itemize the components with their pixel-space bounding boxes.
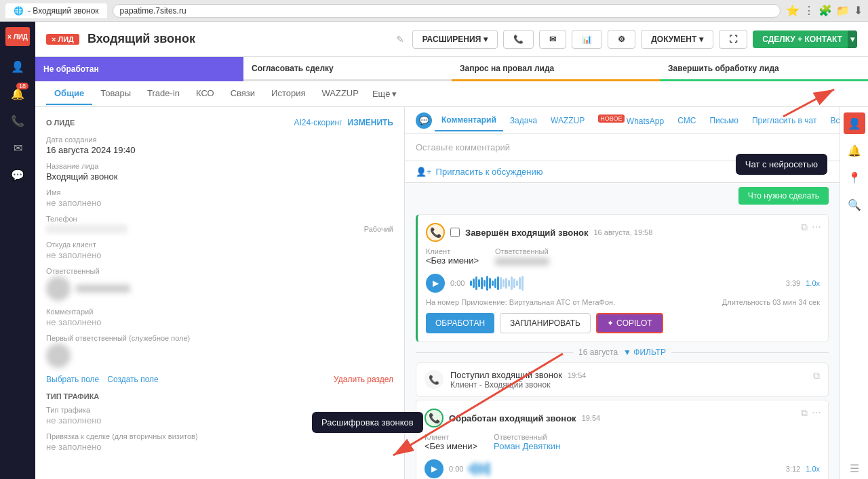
name-value: не заполнено <box>46 198 393 208</box>
more-icon-2[interactable]: ⋯ <box>812 407 821 419</box>
phone-type: Рабочий <box>364 225 393 233</box>
select-field-link[interactable]: Выбрать поле <box>46 375 99 384</box>
dropdown-icon: ▾ <box>699 35 703 44</box>
sidebar-icon-bell[interactable]: 🔔 18 <box>5 81 30 106</box>
sidebar-icon-person[interactable]: 👤 <box>5 54 30 79</box>
call-responsible: Ответственный <box>495 247 549 266</box>
rs-icon-menu[interactable]: ☰ <box>844 457 865 479</box>
call2-client-label: Клиент <box>425 433 477 441</box>
copilot-button[interactable]: ✦ COPILOT <box>596 313 663 333</box>
responsible-name <box>76 285 130 293</box>
sidebar-icon-phone[interactable]: 📞 <box>5 108 30 133</box>
main-content: × ЛИД Входящий звонок ✎ РАСШИРЕНИЯ ▾ 📞 ✉… <box>35 22 868 479</box>
todo-button[interactable]: Что нужно сделать <box>738 187 829 205</box>
audio-speed-2[interactable]: 1.0x <box>806 465 820 473</box>
filter-button[interactable]: ▼ ФИЛЬТР <box>623 348 666 357</box>
status-bar: Не обработан Согласовать сделку Запрос н… <box>35 57 868 81</box>
act-tab-wazzup[interactable]: WAZZUP <box>544 110 591 131</box>
act-tab-letter[interactable]: Письмо <box>703 110 745 131</box>
item-icons-1: ⧉ <box>813 370 820 381</box>
play-button[interactable]: ▶ <box>426 274 445 293</box>
call-client: Клиент <Без имени> <box>426 247 479 266</box>
sidebar-logo: × ЛИД <box>5 27 30 46</box>
tabs-bar: Общие Товары Trade-in КСО Связи История … <box>35 81 868 107</box>
act-tab-task[interactable]: Задача <box>503 110 544 131</box>
browser-tab[interactable]: 🌐 - Входящий звонок <box>5 3 107 18</box>
first-responsible-field: Первый ответственный (служебное поле) <box>46 334 393 368</box>
tab-links[interactable]: Связи <box>222 83 263 105</box>
source-label: Откуда клиент <box>46 241 393 249</box>
act-tab-invite[interactable]: Пригласить в чат <box>745 110 823 131</box>
change-button[interactable]: ИЗМЕНИТЬ <box>348 118 393 127</box>
responsible-label: Ответственный <box>46 267 393 275</box>
deal-contact-button[interactable]: СДЕЛКУ + КОНТАКТ ▾ <box>753 30 857 48</box>
tab-more[interactable]: Ещё ▾ <box>367 83 402 104</box>
browser-bar: 🌐 - Входящий звонок papatime.7sites.ru ⭐… <box>0 0 868 22</box>
phone-button[interactable]: 📞 <box>503 30 534 49</box>
ai-scoring-label[interactable]: AI24-скоринг <box>294 118 342 127</box>
analytics-button[interactable]: 📊 <box>572 30 602 49</box>
call2-responsible: Ответственный Роман Девяткин <box>494 433 560 451</box>
play-button-2[interactable]: ▶ <box>425 459 443 478</box>
rs-icon-person[interactable]: 👤 <box>844 112 865 134</box>
more-icon[interactable]: ⋯ <box>812 222 821 233</box>
incoming-call-1: 📞 Поступил входящий звонок 19:54 Клиент … <box>416 362 829 397</box>
date-separator: 16 августа ▼ ФИЛЬТР <box>405 348 840 357</box>
schedule-button[interactable]: ЗАПЛАНИРОВАТЬ <box>500 313 591 333</box>
tab-goods[interactable]: Товары <box>92 83 139 105</box>
status-request[interactable]: Запрос на провал лида <box>452 57 660 81</box>
settings-button[interactable]: ⚙ <box>608 30 635 49</box>
act-tab-whatsapp[interactable]: НОВОЕ WhatsApp <box>591 110 671 131</box>
processed-button[interactable]: ОБРАБОТАН <box>426 313 494 333</box>
expand-button[interactable]: ⛶ <box>719 30 747 49</box>
status-unprocessed[interactable]: Не обработан <box>35 57 243 81</box>
phone-value <box>46 224 127 234</box>
mail-button[interactable]: ✉ <box>539 30 566 49</box>
call-meta-text: На номер Приложение: Виртуальная АТС от … <box>426 298 615 306</box>
lead-name-field: Название лида Входящий звонок <box>46 162 393 182</box>
incoming-title-1: Поступил входящий звонок <box>450 370 562 380</box>
rs-icon-bell[interactable]: 🔔 <box>844 140 865 161</box>
tab-wazzup[interactable]: WAZZUP <box>314 83 367 105</box>
audio-speed[interactable]: 1.0x <box>806 279 820 287</box>
tab-general[interactable]: Общие <box>46 83 92 105</box>
call-checkbox[interactable] <box>450 228 460 237</box>
source-value: не заполнено <box>46 250 393 260</box>
sidebar-icon-mail[interactable]: ✉ <box>5 136 30 160</box>
copy-icon[interactable]: ⧉ <box>801 222 808 233</box>
call2-responsible-value: Роман Девяткин <box>494 441 560 451</box>
tab-tradein[interactable]: Trade-in <box>139 83 188 105</box>
status-agree[interactable]: Согласовать сделку <box>243 57 452 81</box>
edit-icon[interactable]: ✎ <box>396 34 404 45</box>
first-responsible-label: Первый ответственный (служебное поле) <box>46 334 393 342</box>
act-tab-meeting[interactable]: Встреча <box>823 110 840 131</box>
status-finish[interactable]: Завершить обработку лида <box>660 57 868 81</box>
responsible-field: Ответственный <box>46 267 393 301</box>
lead-badge: × ЛИД <box>46 34 79 45</box>
delete-section-link[interactable]: Удалить раздел <box>334 375 393 384</box>
copy-icon-1[interactable]: ⧉ <box>813 370 820 381</box>
act-tab-comment[interactable]: Комментарий <box>435 110 503 131</box>
copy-icon-2[interactable]: ⧉ <box>801 407 808 419</box>
act-tab-sms[interactable]: СМС <box>671 110 703 131</box>
rs-icon-search[interactable]: 🔍 <box>844 194 865 215</box>
source-field: Откуда клиент не заполнено <box>46 241 393 260</box>
create-field-link[interactable]: Создать поле <box>107 375 159 384</box>
url-bar[interactable]: papatime.7sites.ru <box>113 4 781 18</box>
rs-icon-pin[interactable]: 📍 <box>844 167 865 188</box>
comment-dot: 💬 <box>416 112 432 129</box>
call-client-label: Клиент <box>426 247 479 255</box>
call-info: Клиент <Без имени> Ответственный <box>426 247 820 266</box>
date-created-label: Дата создания <box>46 136 393 144</box>
extensions-button[interactable]: РАСШИРЕНИЯ ▾ <box>412 30 498 49</box>
document-button[interactable]: ДОКУМЕНТ ▾ <box>641 30 713 49</box>
call-responsible-value <box>495 257 549 266</box>
tab-kso[interactable]: КСО <box>188 83 222 105</box>
call2-header: 📞 Обработан входящий звонок 19:54 <box>425 409 820 428</box>
tab-history[interactable]: История <box>263 83 313 105</box>
audio-time-end-2: 3:12 <box>786 465 800 473</box>
sidebar-icon-comment[interactable]: 💬 <box>5 163 30 187</box>
responsible-avatar <box>46 276 71 301</box>
traffic-section-title: ТИП ТРАФИКА <box>46 392 393 400</box>
comment-input[interactable]: Оставьте комментарий <box>416 142 829 152</box>
